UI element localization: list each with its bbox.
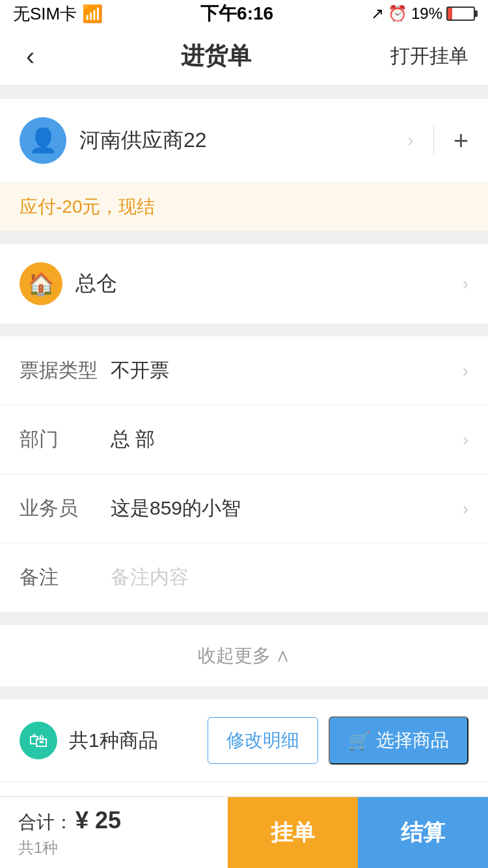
checkout-label: 结算 [401, 818, 445, 848]
warehouse-chevron-icon: › [463, 273, 468, 294]
open-hang-button[interactable]: 打开挂单 [390, 43, 468, 70]
warehouse-icon: 🏠 [27, 271, 55, 297]
hang-label: 挂单 [271, 818, 315, 848]
supplier-row[interactable]: 👤 河南供应商22 › + [0, 99, 488, 183]
product-count-icon-wrap: 🛍 [20, 722, 57, 759]
status-bar: 无SIM卡 📶 下午6:16 ↗ ⏰ 19% [0, 0, 488, 27]
edit-detail-button[interactable]: 修改明细 [208, 717, 318, 764]
balance-banner: 应付-20元，现结 [0, 183, 488, 231]
supplier-section: 👤 河南供应商22 › + 应付-20元，现结 [0, 99, 488, 231]
alarm-icon: ⏰ [388, 5, 407, 23]
bottom-total: 合计： ¥ 25 共1种 [0, 797, 228, 868]
wifi-icon: 📶 [82, 4, 103, 24]
total-count: 共1种 [18, 837, 210, 858]
content-area: 👤 河南供应商22 › + 应付-20元，现结 🏠 总仓 › 票据类型 不开票 [0, 99, 488, 868]
invoice-type-label: 票据类型 [20, 357, 98, 384]
salesperson-chevron: › [463, 498, 468, 519]
warehouse-row[interactable]: 🏠 总仓 › [0, 244, 488, 323]
status-right: ↗ ⏰ 19% [371, 5, 475, 23]
select-product-button[interactable]: 🛒 选择商品 [329, 716, 468, 765]
select-product-icon: 🛒 [348, 730, 371, 752]
salesperson-row[interactable]: 业务员 这是859的小智 › [0, 474, 488, 543]
collapse-label: 收起更多 ∧ [198, 644, 291, 668]
location-icon: ↗ [371, 5, 384, 23]
warehouse-icon-wrap: 🏠 [20, 262, 62, 305]
remark-row[interactable]: 备注 备注内容 [0, 543, 488, 612]
product-count-text: 共1种商品 [69, 727, 208, 754]
total-label: 合计： [18, 810, 73, 835]
supplier-right: › + [407, 124, 468, 157]
battery-text: 19% [411, 5, 442, 23]
balance-text: 应付-20元，现结 [20, 197, 155, 217]
nav-bar: ‹ 进货单 打开挂单 [0, 27, 488, 86]
back-button[interactable]: ‹ [20, 35, 41, 77]
battery-icon [446, 7, 475, 21]
products-header: 🛍 共1种商品 修改明细 🛒 选择商品 [0, 699, 488, 782]
salesperson-label: 业务员 [20, 495, 98, 522]
checkout-button[interactable]: 结算 [358, 797, 488, 868]
total-amount: ¥ 25 [75, 807, 121, 834]
avatar-icon: 👤 [29, 127, 58, 154]
carrier-text: 无SIM卡 [13, 3, 77, 25]
department-value: 总 部 [98, 426, 463, 453]
department-chevron: › [463, 429, 468, 450]
status-time: 下午6:16 [200, 1, 273, 26]
hang-button[interactable]: 挂单 [228, 797, 358, 868]
invoice-type-chevron: › [463, 360, 468, 381]
vertical-divider [433, 124, 434, 157]
invoice-type-row[interactable]: 票据类型 不开票 › [0, 336, 488, 405]
remark-value: 备注内容 [98, 564, 468, 591]
form-section: 票据类型 不开票 › 部门 总 部 › 业务员 这是859的小智 › 备注 备注… [0, 336, 488, 612]
warehouse-section[interactable]: 🏠 总仓 › [0, 244, 488, 323]
salesperson-value: 这是859的小智 [98, 495, 463, 522]
select-product-label: 选择商品 [376, 728, 449, 753]
invoice-type-value: 不开票 [98, 357, 463, 384]
status-left: 无SIM卡 📶 [13, 3, 103, 25]
bottom-bar: 合计： ¥ 25 共1种 挂单 结算 [0, 796, 488, 868]
warehouse-name: 总仓 [75, 269, 463, 298]
supplier-chevron-icon: › [407, 130, 413, 151]
supplier-avatar: 👤 [20, 117, 66, 164]
department-row[interactable]: 部门 总 部 › [0, 405, 488, 474]
collapse-toggle[interactable]: 收起更多 ∧ [0, 625, 488, 686]
supplier-name: 河南供应商22 [79, 126, 407, 155]
page-title: 进货单 [181, 40, 251, 72]
remark-label: 备注 [20, 564, 98, 591]
department-label: 部门 [20, 426, 98, 453]
add-supplier-icon[interactable]: + [454, 126, 468, 156]
bag-icon: 🛍 [29, 729, 48, 752]
